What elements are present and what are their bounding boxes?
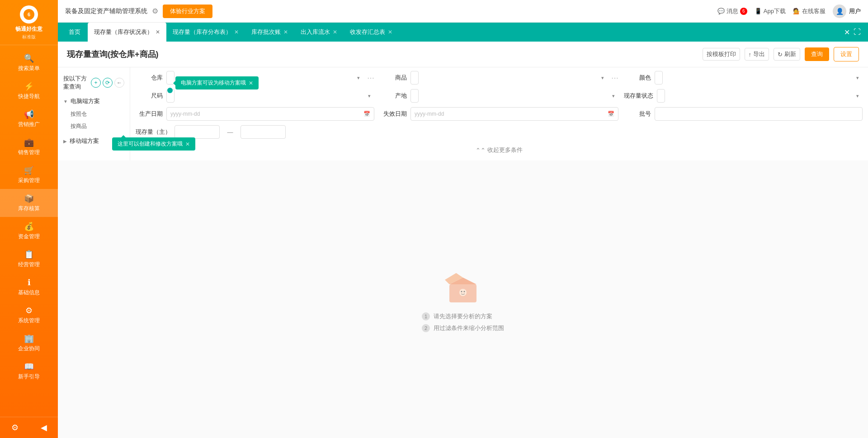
filter-cell-goods: 商品 ⋯ [380,71,618,85]
notification-item[interactable]: 💬 消息 6 [717,7,747,15]
app-download-icon: 📱 [755,8,762,14]
back-scheme-button[interactable]: ← [114,78,124,88]
tab-inout-close[interactable]: ✕ [333,29,337,35]
tab-inventory-status-close[interactable]: ✕ [156,29,160,35]
scheme-group-mobile-label: 移动端方案 [70,137,99,145]
sidebar-label-operations: 经营管理 [18,261,40,268]
scheme-group-desktop-label: 电脑端方案 [71,97,100,105]
sidebar-label-finance: 资金管理 [18,233,40,240]
quantity-main-to-input[interactable] [241,125,286,139]
tab-home[interactable]: 首页 [61,23,88,42]
online-service-item[interactable]: 💁 在线客服 [793,7,826,15]
sidebar-item-operations[interactable]: 📋 经营管理 [0,245,58,273]
tooltip-scheme: 电脑方案可设为移动方案哦 ✕ [175,76,259,89]
collapse-filter-button[interactable]: ⌃⌃ 收起更多条件 [136,143,863,157]
origin-label: 产地 [380,92,407,100]
close-all-tabs-icon[interactable]: ✕ [844,28,850,37]
tab-inventory-dist-close[interactable]: ✕ [234,29,239,35]
logo-icon: 6 [20,5,38,24]
size-label: 尺码 [136,92,163,100]
filter-outer: 按以下方案查询 + ⟳ ← ▼ 电脑端方案 按照仓 按商品 [58,67,868,160]
empty-hint-2: 2 用过滤条件来缩小分析范围 [422,324,504,332]
sidebar-label-enterprise: 企业协同 [18,345,40,353]
user-avatar: 👤 [833,5,846,18]
sidebar-item-inventory[interactable]: 📦 库存核算 [0,189,58,217]
notification-icon: 💬 [717,8,725,14]
filter-cell-inventory-state: 现存量状态 [624,89,863,103]
empty-state: 1 请先选择要分析的方案 2 用过滤条件来缩小分析范围 [422,266,504,332]
tab-batch-close[interactable]: ✕ [283,29,288,35]
search-button[interactable]: 查询 [805,47,829,61]
produce-date-input[interactable]: yyyy-mm-dd 📅 [166,107,374,121]
scheme-group-desktop-header[interactable]: ▼ 电脑端方案 [58,94,130,108]
tab-inventory-status[interactable]: 现存量（库存状况表） ✕ [88,23,166,42]
notification-badge: 6 [740,8,747,15]
window-controls: ✕ ⛶ [844,28,864,37]
refresh-scheme-button[interactable]: ⟳ [103,78,113,88]
user-profile[interactable]: 👤 用户 [833,5,861,18]
logo-text: 畅通好生意 [15,25,42,33]
enterprise-icon: 🏢 [24,334,34,344]
expire-date-input[interactable]: yyyy-mm-dd 📅 [410,107,618,121]
warehouse-dots-menu[interactable]: ⋯ [367,74,374,82]
scheme-group-desktop: ▼ 电脑端方案 按照仓 按商品 [58,94,130,132]
sidebar-item-guide[interactable]: 📖 新手引导 [0,357,58,385]
tab-collection-close[interactable]: ✕ [388,29,392,35]
tooltip-create-close[interactable]: ✕ [185,141,190,147]
settings-search-button[interactable]: 设置 [834,47,859,61]
tab-batch-label: 库存批次账 [251,28,281,36]
marketing-icon: 📢 [24,109,34,119]
scheme-item-by-goods[interactable]: 按商品 [58,120,130,132]
sidebar-item-search-menu[interactable]: 🔍 搜索菜单 [0,49,58,77]
sidebar-label-purchase: 采购管理 [18,177,40,184]
size-select-wrapper [166,89,374,103]
app-download-item[interactable]: 📱 App下载 [755,7,786,15]
sidebar: 6 畅通好生意 标准版 🔍 搜索菜单 ⚡ 快捷导航 📢 营销推广 💼 销售管理 … [0,0,58,438]
filter-cell-produce-date: 生产日期 yyyy-mm-dd 📅 [136,107,374,121]
svg-point-5 [459,289,467,296]
tab-inventory-dist[interactable]: 现存量（库存分布表） ✕ [166,23,245,42]
inventory-state-select[interactable] [657,89,665,103]
tab-collection[interactable]: 收发存汇总表 ✕ [344,23,399,42]
notification-label: 消息 [726,7,738,15]
goods-dots-menu[interactable]: ⋯ [611,74,618,82]
collapse-sidebar-icon[interactable]: ◀ [41,423,47,433]
sidebar-item-system[interactable]: ⚙ 系统管理 [0,301,58,329]
operations-icon: 📋 [24,250,34,259]
trial-button[interactable]: 体验行业方案 [163,5,212,18]
tab-batch[interactable]: 库存批次账 ✕ [245,23,294,42]
settings-bottom-icon[interactable]: ⚙ [11,423,19,433]
sidebar-item-enterprise[interactable]: 🏢 企业协同 [0,329,58,357]
tooltip-scheme-close[interactable]: ✕ [249,80,253,86]
export-button[interactable]: ↑ 导出 [745,48,769,61]
sidebar-item-basic-info[interactable]: ℹ 基础信息 [0,273,58,301]
expire-date-label: 失效日期 [380,110,407,118]
sidebar-item-finance[interactable]: 💰 资金管理 [0,217,58,245]
scheme-item-by-warehouse[interactable]: 按照仓 [58,108,130,120]
goods-select-wrapper [410,71,608,85]
color-select[interactable] [655,71,663,85]
sidebar-item-sales[interactable]: 💼 销售管理 [0,133,58,161]
sidebar-item-marketing[interactable]: 📢 营销推广 [0,105,58,133]
sidebar-label-marketing: 营销推广 [18,121,40,128]
sales-icon: 💼 [24,137,34,147]
export-icon: ↑ [749,51,752,58]
refresh-button[interactable]: ↻ 刷新 [774,48,800,61]
warehouse-label: 仓库 [136,74,163,82]
color-label: 颜色 [624,74,651,82]
topbar-settings-icon[interactable]: ⚙ [152,7,158,15]
sidebar-label-guide: 新手引导 [18,373,40,381]
sidebar-item-quick-nav[interactable]: ⚡ 快捷导航 [0,77,58,105]
filter-header-row: 按以下方案查询 + ⟳ ← [58,71,130,94]
goods-select[interactable] [410,71,419,85]
inventory-icon: 📦 [24,193,34,203]
add-scheme-button[interactable]: + [91,78,101,88]
print-button[interactable]: 按模板打印 [703,48,740,61]
svg-text:6: 6 [28,12,30,17]
batch-input[interactable] [655,107,863,121]
sidebar-item-purchase[interactable]: 🛒 采购管理 [0,161,58,189]
maximize-icon[interactable]: ⛶ [854,28,861,36]
quantity-main-from-input[interactable] [175,125,220,139]
origin-select[interactable] [410,89,419,103]
tab-inout[interactable]: 出入库流水 ✕ [294,23,344,42]
